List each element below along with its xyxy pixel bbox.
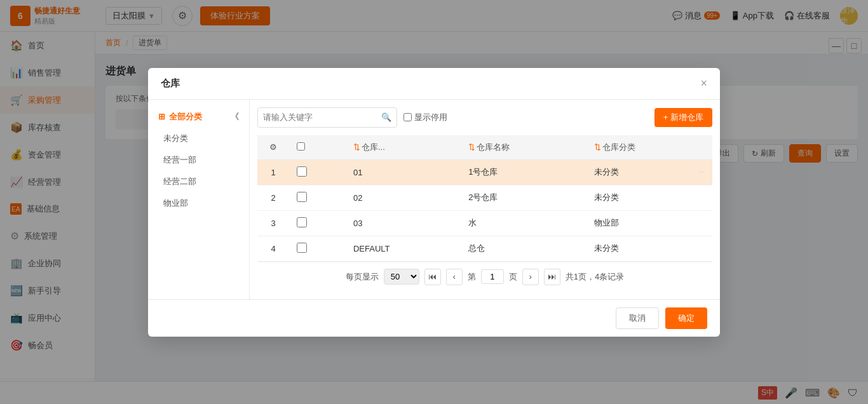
- col-name: ⇅仓库名称: [461, 135, 587, 160]
- dialog-header: 仓库 ×: [148, 68, 720, 100]
- row-checkbox[interactable]: [297, 166, 307, 177]
- table-header: ⚙ ⇅仓库... ⇅仓库名称: [257, 135, 712, 160]
- grid-icon: ⊞: [158, 112, 165, 121]
- search-icon[interactable]: 🔍: [381, 112, 391, 122]
- category-header[interactable]: ⊞ 全部分类 《: [148, 106, 249, 128]
- category-item-property[interactable]: 物业部: [148, 192, 249, 214]
- row-name: 2号仓库: [461, 185, 587, 210]
- row-code: DEFAULT: [346, 236, 461, 261]
- show-disabled-label[interactable]: 显示停用: [403, 112, 447, 123]
- col-checkbox: [289, 135, 346, 160]
- category-panel: ⊞ 全部分类 《 未分类 经营一部 经营二部 物业部: [148, 100, 250, 299]
- category-item-op1[interactable]: 经营一部: [148, 149, 249, 171]
- warehouse-dialog: 仓库 × ⊞ 全部分类 《 未分类 经营一部 经营二部 物业部: [148, 68, 720, 337]
- dialog-close-button[interactable]: ×: [700, 77, 707, 90]
- next-page-button[interactable]: ›: [522, 269, 539, 285]
- dialog-footer: 取消 确定: [148, 299, 720, 337]
- row-checkbox[interactable]: [297, 217, 307, 227]
- row-category: 未分类···: [587, 159, 712, 185]
- select-all-checkbox[interactable]: [297, 142, 305, 151]
- row-category: 未分类: [587, 236, 712, 261]
- category-item-op2[interactable]: 经营二部: [148, 171, 249, 192]
- search-input-wrap: 🔍: [257, 107, 397, 128]
- page-label: 第: [468, 271, 476, 283]
- table-row[interactable]: 1 01 1号仓库 未分类···: [257, 159, 712, 185]
- row-checkbox-cell: [289, 210, 346, 236]
- last-page-button[interactable]: ⏭: [544, 269, 560, 285]
- row-checkbox-cell: [289, 185, 346, 210]
- row-code: 01: [346, 159, 461, 185]
- prev-page-button[interactable]: ‹: [446, 269, 463, 285]
- row-code: 03: [346, 210, 461, 236]
- row-checkbox[interactable]: [297, 192, 307, 202]
- row-category: 未分类: [587, 185, 712, 210]
- per-page-label: 每页显示: [346, 271, 379, 283]
- collapse-icon[interactable]: 《: [231, 111, 239, 123]
- row-name: 水: [461, 210, 587, 236]
- cancel-button[interactable]: 取消: [616, 307, 659, 329]
- settings-col-icon: ⚙: [269, 142, 277, 152]
- row-index: 1: [257, 159, 289, 185]
- col-code: ⇅仓库...: [346, 135, 461, 160]
- modal-overlay[interactable]: 仓库 × ⊞ 全部分类 《 未分类 经营一部 经营二部 物业部: [0, 0, 868, 404]
- first-page-button[interactable]: ⏮: [424, 269, 441, 285]
- row-index: 4: [257, 236, 289, 261]
- sort-icon-name: ⇅: [468, 142, 475, 152]
- category-all-label: 全部分类: [169, 111, 202, 123]
- category-item-unclassified[interactable]: 未分类: [148, 128, 249, 149]
- dialog-title: 仓库: [161, 77, 180, 90]
- dialog-body: ⊞ 全部分类 《 未分类 经营一部 经营二部 物业部 🔍: [148, 100, 720, 299]
- table-body: 1 01 1号仓库 未分类··· 2 02 2号仓库: [257, 159, 712, 261]
- table-scroll-area: ⚙ ⇅仓库... ⇅仓库名称: [257, 135, 712, 262]
- search-bar: 🔍 显示停用 + 新增仓库: [257, 107, 712, 128]
- table-row[interactable]: 4 DEFAULT 总仓 未分类: [257, 236, 712, 261]
- row-name: 总仓: [461, 236, 587, 261]
- add-warehouse-button[interactable]: + 新增仓库: [654, 108, 712, 127]
- row-index: 2: [257, 185, 289, 210]
- table-panel: 🔍 显示停用 + 新增仓库 ⚙: [250, 100, 720, 299]
- show-disabled-checkbox[interactable]: [403, 113, 412, 121]
- pagination-bar: 每页显示 10 20 50 100 ⏮ ‹ 第 页 › ⏭ 共1页，4条记录: [257, 262, 712, 292]
- per-page-select[interactable]: 10 20 50 100: [384, 269, 419, 285]
- total-info: 共1页，4条记录: [566, 271, 624, 283]
- row-category: 物业部: [587, 210, 712, 236]
- warehouse-table: ⚙ ⇅仓库... ⇅仓库名称: [257, 135, 712, 262]
- row-actions-icon[interactable]: ···: [698, 166, 705, 176]
- col-category: ⇅仓库分类: [587, 135, 712, 160]
- sort-icon-code: ⇅: [353, 142, 360, 152]
- confirm-button[interactable]: 确定: [665, 307, 707, 329]
- table-row[interactable]: 3 03 水 物业部: [257, 210, 712, 236]
- row-code: 02: [346, 185, 461, 210]
- col-index: ⚙: [257, 135, 289, 160]
- page-input[interactable]: [481, 269, 504, 284]
- row-checkbox-cell: [289, 236, 346, 261]
- search-input[interactable]: [263, 112, 381, 122]
- table-row[interactable]: 2 02 2号仓库 未分类: [257, 185, 712, 210]
- row-checkbox-cell: [289, 159, 346, 185]
- page-unit: 页: [509, 271, 517, 283]
- row-name: 1号仓库: [461, 159, 587, 185]
- sort-icon-category: ⇅: [594, 142, 601, 152]
- row-checkbox[interactable]: [297, 243, 307, 253]
- row-index: 3: [257, 210, 289, 236]
